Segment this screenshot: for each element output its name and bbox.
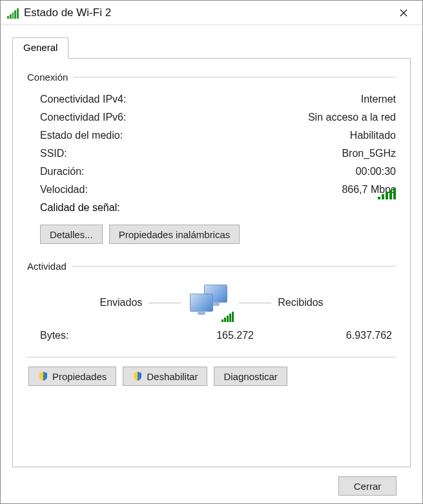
close-button[interactable]: Cerrar xyxy=(338,476,397,496)
disable-button[interactable]: Deshabilitar xyxy=(123,367,207,386)
media-label: Estado del medio: xyxy=(40,130,123,141)
wireless-properties-button[interactable]: Propiedades inalámbricas xyxy=(109,225,240,244)
signal-bars-icon xyxy=(378,188,396,199)
action-buttons: Propiedades Deshabilitar Diagnosticar xyxy=(27,367,396,386)
row-signal: Calidad de señal: xyxy=(27,199,396,217)
bytes-label: Bytes: xyxy=(40,330,118,341)
received-label: Recibidos xyxy=(278,297,323,308)
details-button[interactable]: Detalles... xyxy=(40,225,103,244)
signal-label: Calidad de señal: xyxy=(40,202,120,214)
media-value: Habilitado xyxy=(350,130,396,141)
ipv4-label: Conectividad IPv4: xyxy=(40,94,126,105)
ssid-label: SSID: xyxy=(40,148,67,159)
group-activity-label: Actividad xyxy=(27,261,72,272)
shield-icon xyxy=(38,371,48,381)
activity-visual: Enviados Recibidos xyxy=(27,279,396,323)
bytes-sent-value: 165.272 xyxy=(118,330,293,341)
group-connection-header: Conexión xyxy=(27,72,396,83)
speed-label: Velocidad: xyxy=(40,184,88,196)
shield-icon xyxy=(132,371,143,381)
ipv4-value: Internet xyxy=(361,94,396,105)
row-duration: Duración: 00:00:30 xyxy=(27,163,396,181)
close-icon[interactable] xyxy=(390,3,417,23)
ssid-value: Bron_5GHz xyxy=(342,148,396,159)
group-activity-header: Actividad xyxy=(27,261,396,272)
group-connection-label: Conexión xyxy=(27,72,73,83)
row-media: Estado del medio: Habilitado xyxy=(27,126,396,145)
bytes-received-value: 6.937.762 xyxy=(293,330,396,341)
bytes-row: Bytes: 165.272 6.937.762 xyxy=(27,323,396,345)
wifi-signal-icon xyxy=(7,7,19,19)
row-speed: Velocidad: 866,7 Mbps xyxy=(27,181,396,199)
network-computers-icon xyxy=(187,283,232,322)
duration-value: 00:00:30 xyxy=(356,166,396,177)
diagnose-button[interactable]: Diagnosticar xyxy=(214,367,287,386)
tab-general[interactable]: General xyxy=(12,37,68,59)
window-title: Estado de Wi-Fi 2 xyxy=(24,6,390,19)
footer: Cerrar xyxy=(12,467,411,496)
ipv6-label: Conectividad IPv6: xyxy=(40,112,126,123)
connection-buttons: Detalles... Propiedades inalámbricas xyxy=(27,217,396,249)
wifi-status-window: Estado de Wi-Fi 2 General Conexión Conec… xyxy=(0,0,423,504)
row-ipv6: Conectividad IPv6: Sin acceso a la red xyxy=(27,108,396,126)
tabstrip: General xyxy=(12,37,411,59)
row-ipv4: Conectividad IPv4: Internet xyxy=(27,90,396,108)
ipv6-value: Sin acceso a la red xyxy=(308,112,396,123)
tab-body: Conexión Conectividad IPv4: Internet Con… xyxy=(12,59,411,467)
sent-label: Enviados xyxy=(99,297,142,308)
titlebar: Estado de Wi-Fi 2 xyxy=(1,1,422,25)
properties-button[interactable]: Propiedades xyxy=(28,367,116,386)
dialog-content: General Conexión Conectividad IPv4: Inte… xyxy=(1,25,422,503)
duration-label: Duración: xyxy=(40,166,84,177)
row-ssid: SSID: Bron_5GHz xyxy=(27,145,396,163)
divider xyxy=(27,357,396,358)
